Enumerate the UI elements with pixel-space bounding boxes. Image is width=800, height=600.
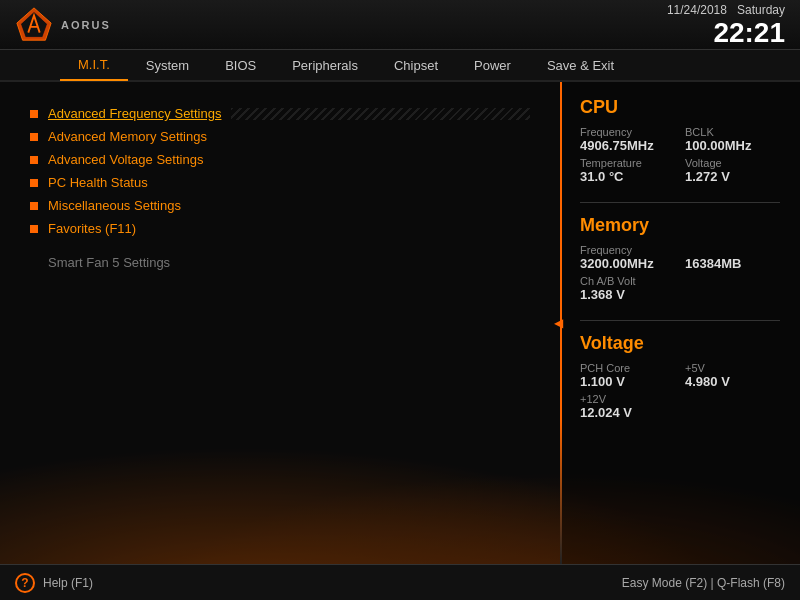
- menu-label-voltage: Advanced Voltage Settings: [48, 152, 203, 167]
- menu-bullet: [30, 202, 38, 210]
- datetime: 11/24/2018 Saturday 22:21: [667, 2, 785, 47]
- nav-mit[interactable]: M.I.T.: [60, 49, 128, 81]
- divider-cpu-mem: [580, 202, 780, 203]
- divider-mem-volt: [580, 320, 780, 321]
- memory-title: Memory: [580, 215, 780, 236]
- help-icon: ?: [15, 573, 35, 593]
- menu-item-voltage[interactable]: Advanced Voltage Settings: [30, 148, 530, 171]
- cpu-title: CPU: [580, 97, 780, 118]
- nav-peripherals[interactable]: Peripherals: [274, 49, 376, 81]
- menu-bullet: [30, 110, 38, 118]
- footer-right-label[interactable]: Easy Mode (F2) | Q-Flash (F8): [622, 576, 785, 590]
- nav-save-exit[interactable]: Save & Exit: [529, 49, 632, 81]
- nav-chipset[interactable]: Chipset: [376, 49, 456, 81]
- left-panel: Advanced Frequency Settings Advanced Mem…: [0, 82, 560, 564]
- mem-chvolt: Ch A/B Volt 1.368 V: [580, 275, 780, 302]
- memory-grid: Frequency 3200.00MHz 16384MB Ch A/B Volt…: [580, 244, 780, 302]
- aorus-logo-icon: [15, 6, 53, 44]
- menu-label-freq: Advanced Frequency Settings: [48, 106, 221, 121]
- panel-divider: [560, 82, 562, 564]
- menu-item-favorites[interactable]: Favorites (F11): [30, 217, 530, 240]
- cpu-temp: Temperature 31.0 °C: [580, 157, 675, 184]
- voltage-section: Voltage PCH Core 1.100 V +5V 4.980 V +12…: [580, 333, 780, 420]
- menu-bullet: [30, 225, 38, 233]
- cpu-freq-label: Frequency 4906.75MHz: [580, 126, 675, 153]
- menu-label-health: PC Health Status: [48, 175, 148, 190]
- nav-power[interactable]: Power: [456, 49, 529, 81]
- main-content: Advanced Frequency Settings Advanced Mem…: [0, 82, 800, 564]
- menu-label-misc: Miscellaneous Settings: [48, 198, 181, 213]
- nav-system[interactable]: System: [128, 49, 207, 81]
- voltage-grid: PCH Core 1.100 V +5V 4.980 V +12V 12.024…: [580, 362, 780, 420]
- logo-area: AORUS: [15, 6, 111, 44]
- menu-item-freq[interactable]: Advanced Frequency Settings: [30, 102, 530, 125]
- cpu-volt: Voltage 1.272 V: [685, 157, 780, 184]
- time-display: 22:21: [667, 19, 785, 47]
- mem-size: 16384MB: [685, 244, 780, 271]
- smart-fan-item[interactable]: Smart Fan 5 Settings: [30, 255, 530, 270]
- menu-bullet: [30, 179, 38, 187]
- cpu-grid: Frequency 4906.75MHz BCLK 100.00MHz Temp…: [580, 126, 780, 184]
- memory-section: Memory Frequency 3200.00MHz 16384MB Ch A…: [580, 215, 780, 302]
- footer-left: ? Help (F1): [15, 573, 93, 593]
- menu-item-memory[interactable]: Advanced Memory Settings: [30, 125, 530, 148]
- nav-bios[interactable]: BIOS: [207, 49, 274, 81]
- volt-pch: PCH Core 1.100 V: [580, 362, 675, 389]
- volt-5v: +5V 4.980 V: [685, 362, 780, 389]
- cpu-section: CPU Frequency 4906.75MHz BCLK 100.00MHz …: [580, 97, 780, 184]
- voltage-title: Voltage: [580, 333, 780, 354]
- menu-item-misc[interactable]: Miscellaneous Settings: [30, 194, 530, 217]
- nav-bar: M.I.T. System BIOS Peripherals Chipset P…: [0, 50, 800, 82]
- menu-label-memory: Advanced Memory Settings: [48, 129, 207, 144]
- logo-text: AORUS: [61, 19, 111, 31]
- volt-12v: +12V 12.024 V: [580, 393, 780, 420]
- menu-bullet: [30, 133, 38, 141]
- footer: ? Help (F1) Easy Mode (F2) | Q-Flash (F8…: [0, 564, 800, 600]
- cpu-bclk: BCLK 100.00MHz: [685, 126, 780, 153]
- help-label[interactable]: Help (F1): [43, 576, 93, 590]
- right-panel: CPU Frequency 4906.75MHz BCLK 100.00MHz …: [560, 82, 800, 564]
- menu-bullet: [30, 156, 38, 164]
- header: AORUS 11/24/2018 Saturday 22:21: [0, 0, 800, 50]
- mem-freq-label: Frequency 3200.00MHz: [580, 244, 675, 271]
- menu-item-health[interactable]: PC Health Status: [30, 171, 530, 194]
- menu-label-favorites: Favorites (F11): [48, 221, 136, 236]
- active-pattern: [231, 108, 530, 120]
